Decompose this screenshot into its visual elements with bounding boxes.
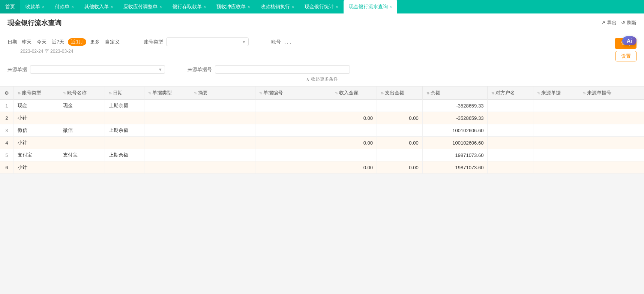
source-doc-filter: 来源单据 ▾: [8, 65, 165, 74]
settings-button[interactable]: 设置: [615, 51, 636, 61]
shortcut-yesterday[interactable]: 昨天: [20, 38, 33, 46]
nav-tab-receipt[interactable]: 收款单 ×: [20, 0, 50, 13]
close-icon[interactable]: ×: [292, 4, 294, 9]
close-icon[interactable]: ×: [390, 4, 392, 9]
date-filter: 日期 昨天 今天 近7天 近1月 更多 自定义: [8, 38, 121, 46]
chevron-down-icon: ▾: [159, 67, 162, 72]
close-icon[interactable]: ×: [42, 4, 44, 9]
account-filter: 账号 ...: [271, 38, 292, 46]
nav-tab-bank-withdrawal[interactable]: 银行存取款单 ×: [167, 0, 211, 13]
account-type-select[interactable]: ▾: [166, 37, 249, 46]
top-nav: 首页 收款单 × 付款单 × 其他收入单 × 应收应付调整单 × 银行存取款单 …: [0, 0, 644, 13]
close-icon[interactable]: ×: [204, 4, 206, 9]
source-doc-no-label: 来源单据号: [188, 66, 212, 73]
shortcut-more[interactable]: 更多: [89, 38, 101, 46]
nav-tab-prepayment[interactable]: 预收冲应收单 ×: [211, 0, 255, 13]
refresh-button[interactable]: ↺ 刷新: [621, 19, 636, 26]
col-account-type[interactable]: ⇅账号类型: [14, 87, 59, 100]
date-shortcuts: 昨天 今天 近7天 近1月 更多 自定义: [20, 38, 121, 46]
col-source-doc[interactable]: ⇅来源单据: [533, 87, 579, 100]
col-account-name[interactable]: ⇅账号名称: [59, 87, 105, 100]
table-row: 2小计0.000.00-3528659.33: [0, 112, 644, 124]
shortcut-7days[interactable]: 近7天: [50, 38, 66, 46]
col-source-doc-no[interactable]: ⇅来源单据号: [579, 87, 644, 100]
nav-tab-adjustment[interactable]: 应收应付调整单 ×: [118, 0, 167, 13]
col-counterparty[interactable]: ⇅对方户名: [488, 87, 533, 100]
table-row: 1现金现金上期余额-3528659.33: [0, 100, 644, 112]
nav-tab-payment[interactable]: 付款单 ×: [50, 0, 79, 13]
chevron-up-icon: ∧: [306, 77, 309, 82]
nav-tab-other-income[interactable]: 其他收入单 ×: [79, 0, 118, 13]
account-label: 账号: [271, 39, 281, 45]
collapse-button[interactable]: ∧ 收起更多条件: [8, 76, 636, 82]
chevron-down-icon: ▾: [243, 39, 245, 45]
col-income[interactable]: ⇅收入金额: [331, 87, 377, 100]
table-row: 6小计0.000.0019871073.60: [0, 161, 644, 174]
close-icon[interactable]: ×: [71, 4, 74, 9]
nav-home[interactable]: 首页: [0, 0, 20, 13]
col-doc-type[interactable]: ⇅单据类型: [144, 87, 190, 100]
col-expense[interactable]: ⇅支出金额: [377, 87, 423, 100]
nav-tab-bank-flow[interactable]: 现金银行流水查询 ×: [344, 0, 397, 13]
source-doc-select[interactable]: ▾: [30, 65, 165, 74]
page-title: 现金银行流水查询: [8, 18, 62, 27]
filter-area: 日期 昨天 今天 近7天 近1月 更多 自定义 账号类型 ▾: [0, 32, 644, 87]
shortcut-1month[interactable]: 近1月: [68, 38, 86, 46]
export-button[interactable]: ↗ 导出: [601, 19, 617, 26]
col-summary[interactable]: ⇅摘要: [190, 87, 255, 100]
refresh-icon: ↺: [621, 20, 625, 25]
nav-tab-collection-execution[interactable]: 收款核销执行 ×: [255, 0, 299, 13]
page-header: 现金银行流水查询 ↗ 导出 ↺ 刷新: [0, 13, 644, 32]
shortcut-today[interactable]: 今天: [35, 38, 48, 46]
account-type-label: 账号类型: [144, 39, 163, 45]
table-row: 4小计0.000.00100102606.60: [0, 137, 644, 149]
close-icon[interactable]: ×: [248, 4, 250, 9]
table-header-row: ⚙ ⇅账号类型 ⇅账号名称 ⇅日期 ⇅单据类型 ⇅摘要 ⇅单据编号 ⇅收入金额 …: [0, 87, 644, 100]
header-actions: ↗ 导出 ↺ 刷新: [601, 19, 636, 26]
source-doc-label: 来源单据: [8, 66, 27, 73]
data-table: ⚙ ⇅账号类型 ⇅账号名称 ⇅日期 ⇅单据类型 ⇅摘要 ⇅单据编号 ⇅收入金额 …: [0, 87, 644, 174]
source-doc-no-input[interactable]: [215, 65, 350, 74]
source-doc-no-filter: 来源单据号: [188, 65, 350, 74]
more-options-button[interactable]: ...: [284, 38, 292, 46]
table-row: 5支付宝支付宝上期余额19871073.60: [0, 149, 644, 161]
col-doc-no[interactable]: ⇅单据编号: [255, 87, 331, 100]
ai-button[interactable]: Ai: [622, 36, 636, 45]
account-type-filter: 账号类型 ▾: [144, 37, 249, 46]
col-balance[interactable]: ⇅余额: [422, 87, 488, 100]
column-settings[interactable]: ⚙: [0, 87, 14, 100]
export-icon: ↗: [601, 20, 605, 25]
data-table-container: ⚙ ⇅账号类型 ⇅账号名称 ⇅日期 ⇅单据类型 ⇅摘要 ⇅单据编号 ⇅收入金额 …: [0, 87, 644, 174]
shortcut-custom[interactable]: 自定义: [104, 38, 121, 46]
date-label: 日期: [8, 39, 17, 45]
date-range-display: 2023-02-24 至 2023-03-24: [20, 48, 73, 55]
nav-tab-bank-stats[interactable]: 现金银行统计 ×: [299, 0, 343, 13]
table-row: 3微信微信上期余额100102606.60: [0, 124, 644, 137]
col-date[interactable]: ⇅日期: [105, 87, 144, 100]
close-icon[interactable]: ×: [159, 4, 162, 9]
close-icon[interactable]: ×: [111, 4, 113, 9]
close-icon[interactable]: ×: [336, 4, 338, 9]
